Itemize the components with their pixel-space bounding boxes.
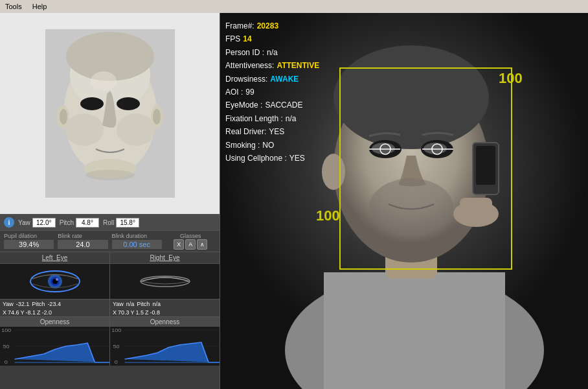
glasses-btn-a[interactable]: A bbox=[185, 239, 196, 250]
left-eye-panel: Left_Eye bbox=[0, 252, 110, 366]
blink-rate-label: Blink rate bbox=[58, 233, 107, 239]
info-icon[interactable]: i bbox=[4, 217, 14, 228]
hud-info: Frame#: 20283 FPS 14 Person ID : n/a Att… bbox=[225, 19, 319, 165]
left-pitch-value: -23.4 bbox=[47, 301, 61, 307]
left-yaw-value: -32.1 bbox=[16, 301, 30, 307]
face-model-area bbox=[0, 13, 220, 214]
left-eye-svg bbox=[26, 267, 84, 296]
right-yaw-value: n/a bbox=[126, 301, 135, 307]
left-eye-xyz: X 74.6 Y -8.1 Z -2.0 bbox=[0, 309, 109, 316]
svg-text:100: 100 bbox=[1, 327, 11, 333]
left-openness-chart: 100 50 0 bbox=[0, 327, 109, 366]
svg-point-6 bbox=[117, 97, 140, 110]
svg-point-42 bbox=[322, 154, 345, 190]
left-yaw-label: Yaw bbox=[3, 301, 14, 307]
right-yaw-label: Yaw bbox=[113, 301, 124, 307]
right-pitch-value: n/a bbox=[152, 301, 161, 307]
glasses-btn-up[interactable]: ∧ bbox=[197, 239, 207, 250]
hud-eyemode-label: EyeMode : bbox=[225, 99, 262, 112]
blink-rate: Blink rate 24.0 bbox=[58, 233, 107, 250]
right-openness-title: Openness bbox=[110, 317, 220, 327]
roll-item: Roll 15.8° bbox=[103, 218, 139, 228]
left-pitch-label: Pitch bbox=[32, 301, 45, 307]
right-y-label: Y bbox=[131, 309, 135, 316]
main-content: i Yaw 12.0° Pitch 4.8° Roll 15.8° Pupil … bbox=[0, 13, 588, 389]
svg-text:100: 100 bbox=[316, 207, 340, 224]
glasses-item: Glasses X A ∧ bbox=[166, 233, 216, 250]
svg-rect-44 bbox=[476, 146, 495, 185]
hud-attentiveness-label: Attentiveness: bbox=[225, 59, 274, 72]
menu-help[interactable]: Help bbox=[32, 3, 47, 10]
right-eye-svg bbox=[136, 267, 194, 296]
left-eye-image bbox=[0, 264, 109, 300]
right-eye-yaw-pitch: Yaw n/a Pitch n/a bbox=[110, 300, 220, 309]
pitch-label: Pitch bbox=[60, 219, 74, 226]
hud-drowsiness: Drowsiness: AWAKE bbox=[225, 73, 319, 86]
yaw-item: Yaw 12.0° bbox=[18, 218, 56, 228]
hud-fps-label: FPS bbox=[225, 32, 240, 45]
svg-rect-46 bbox=[460, 198, 492, 220]
hud-eyemode-value: SACCADE bbox=[265, 99, 302, 112]
glasses-controls: X A ∧ bbox=[174, 239, 207, 250]
camera-feed: 100 100 Frame#: 20283 FPS 14 Person ID :… bbox=[220, 13, 588, 389]
pitch-item: Pitch 4.8° bbox=[60, 218, 99, 228]
svg-text:100: 100 bbox=[111, 327, 121, 333]
left-y-value: -8.1 bbox=[26, 309, 36, 316]
left-eye-yaw-pitch: Yaw -32.1 Pitch -23.4 bbox=[0, 300, 109, 309]
svg-point-14 bbox=[91, 71, 117, 91]
hud-fps-value: 14 bbox=[243, 32, 251, 45]
roll-value: 15.8° bbox=[116, 218, 139, 228]
right-x-label: X bbox=[113, 309, 117, 316]
svg-text:50: 50 bbox=[113, 343, 120, 349]
glasses-label: Glasses bbox=[180, 233, 201, 239]
right-z-label: Z bbox=[145, 309, 149, 316]
hud-cellphone-label: Using Cellphone : bbox=[225, 152, 287, 165]
hud-person: Person ID : n/a bbox=[225, 46, 319, 59]
right-openness: Openness 100 50 0 bbox=[110, 316, 220, 366]
svg-point-41 bbox=[334, 45, 489, 149]
hud-smoking-value: NO bbox=[262, 139, 274, 152]
hud-frame: Frame#: 20283 bbox=[225, 19, 319, 32]
metrics-panel: i Yaw 12.0° Pitch 4.8° Roll 15.8° Pupil … bbox=[0, 214, 220, 366]
left-openness-title: Openness bbox=[0, 317, 109, 327]
hud-drowsiness-label: Drowsiness: bbox=[225, 73, 267, 86]
left-eye-title: Left_Eye bbox=[0, 252, 109, 264]
hud-fixation: Fixation Length : n/a bbox=[225, 112, 319, 125]
hud-frame-label: Frame#: bbox=[225, 19, 254, 32]
blink-rate-value: 24.0 bbox=[58, 240, 107, 249]
glasses-btn-x[interactable]: X bbox=[174, 239, 184, 250]
hud-fixation-value: n/a bbox=[286, 112, 297, 125]
right-z-value: -0.8 bbox=[150, 309, 161, 316]
left-z-label: Z bbox=[37, 309, 41, 316]
left-y-label: Y bbox=[21, 309, 25, 316]
right-y-value: 1.5 bbox=[136, 309, 144, 316]
menu-tools[interactable]: Tools bbox=[5, 3, 22, 10]
right-panel: 100 100 Frame#: 20283 FPS 14 Person ID :… bbox=[220, 13, 588, 389]
svg-text:0: 0 bbox=[5, 359, 8, 364]
pupil-dilation: Pupil dilation 39.4% bbox=[4, 233, 54, 250]
hud-fps: FPS 14 bbox=[225, 32, 319, 45]
pupil-value: 39.4% bbox=[4, 240, 54, 249]
eye-panels: Left_Eye bbox=[0, 252, 220, 366]
svg-point-10 bbox=[153, 109, 161, 124]
hud-person-value: n/a bbox=[267, 46, 278, 59]
hud-aoi-value: 99 bbox=[245, 86, 254, 99]
hud-person-label: Person ID : bbox=[225, 46, 264, 59]
hud-attentiveness-value: ATTENTIVE bbox=[277, 59, 319, 72]
hud-realdriver-value: YES bbox=[269, 125, 284, 138]
svg-point-8 bbox=[60, 109, 67, 124]
left-panel: i Yaw 12.0° Pitch 4.8° Roll 15.8° Pupil … bbox=[0, 13, 220, 389]
hud-smoking: Smoking : NO bbox=[225, 139, 319, 152]
hud-frame-value: 20283 bbox=[257, 19, 278, 32]
hud-drowsiness-value: AWAKE bbox=[270, 73, 299, 86]
hud-fixation-label: Fixation Length : bbox=[225, 112, 283, 125]
blink-dur-label: Blink duration bbox=[112, 233, 162, 239]
svg-point-3 bbox=[65, 113, 104, 146]
right-eye-title: Right_Eye bbox=[110, 252, 220, 264]
hud-aoi: AOI : 99 bbox=[225, 86, 319, 99]
yaw-value: 12.0° bbox=[32, 218, 56, 228]
stats-row: Pupil dilation 39.4% Blink rate 24.0 Bli… bbox=[0, 231, 220, 252]
svg-text:0: 0 bbox=[115, 359, 118, 364]
svg-point-19 bbox=[56, 278, 58, 281]
hud-realdriver: Real Driver: YES bbox=[225, 125, 319, 138]
